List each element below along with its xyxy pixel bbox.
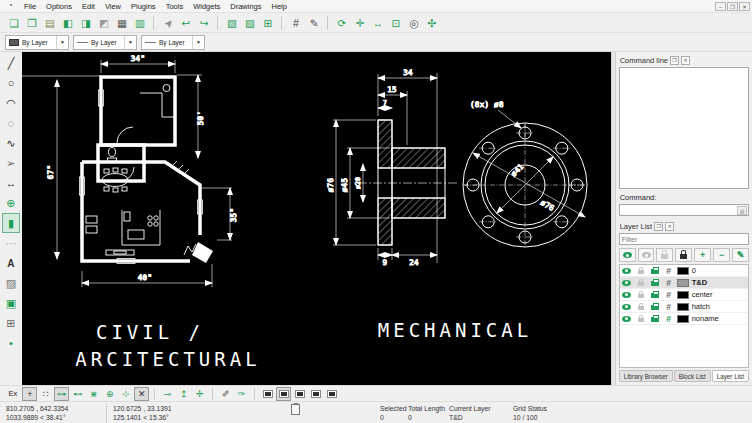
view-mode-3-button[interactable] — [292, 387, 307, 401]
hide-all-layers-button[interactable] — [638, 248, 655, 262]
toolbar-button[interactable] — [327, 16, 329, 30]
toolbar-button[interactable] — [217, 16, 219, 30]
select-all-button[interactable]: ⊞ — [260, 14, 277, 31]
close-dock-icon[interactable]: ✕ — [665, 222, 674, 231]
image-tool-button[interactable]: ▣ — [2, 293, 20, 313]
draft-line-button[interactable]: ✎ — [306, 14, 323, 31]
layer-visible-icon[interactable] — [622, 316, 631, 322]
layer-visible-icon[interactable] — [622, 268, 631, 274]
hatch-tool-button[interactable]: ▨ — [2, 273, 20, 293]
measure-tool-button[interactable]: ▮ — [2, 213, 20, 233]
layer-color-swatch[interactable] — [677, 303, 689, 311]
save-button[interactable]: ◧ — [60, 14, 77, 31]
tab-layer-list[interactable]: Layer List — [712, 370, 749, 382]
status-dot[interactable]: • — [2, 333, 20, 353]
grid-toggle-button[interactable]: # — [288, 14, 305, 31]
print-preview-button[interactable]: ▥ — [132, 14, 149, 31]
keycode-toggle-icon[interactable]: ▤ — [737, 206, 747, 215]
magnifier-button[interactable]: ◎ — [406, 14, 423, 31]
zoom-pan-button[interactable]: ✣ — [424, 14, 441, 31]
layer-color-swatch[interactable] — [677, 291, 689, 299]
layer-lock-icon[interactable] — [638, 306, 644, 310]
deselect-button[interactable]: ▨ — [242, 14, 259, 31]
menu-item[interactable]: Options — [41, 1, 77, 12]
view-mode-1-button[interactable] — [260, 387, 275, 401]
select-window-button[interactable]: ▧ — [224, 14, 241, 31]
drawing-canvas[interactable]: 34" 50' 67" 35" 40" — [22, 52, 611, 385]
new-file-button[interactable]: ❏ — [6, 14, 23, 31]
snap-button[interactable] — [212, 388, 214, 400]
text-tool-button[interactable]: A — [2, 253, 20, 273]
pen-pick-button[interactable]: ✐ — [218, 387, 233, 401]
menu-item[interactable]: Edit — [77, 1, 100, 12]
layer-print-icon[interactable] — [651, 305, 659, 310]
layer-color-swatch[interactable] — [677, 267, 689, 275]
pen-apply-button[interactable]: ✑ — [234, 387, 249, 401]
ex-button[interactable]: Ex — [5, 387, 22, 401]
command-input[interactable] — [620, 207, 737, 214]
close-button[interactable]: ✕ — [739, 2, 750, 11]
layer-lock-icon[interactable] — [638, 270, 644, 274]
remove-layer-button[interactable]: − — [713, 248, 730, 262]
layer-visible-icon[interactable] — [622, 280, 631, 286]
layer-lock-icon[interactable] — [638, 318, 644, 322]
menu-item[interactable]: Drawings — [225, 1, 266, 12]
layer-lock-icon[interactable] — [638, 282, 644, 286]
lock-all-layers-button[interactable] — [675, 248, 692, 262]
layer-visible-icon[interactable] — [622, 304, 631, 310]
layer-construction-icon[interactable]: # — [662, 266, 676, 276]
zoom-auto-button[interactable]: ✛ — [352, 14, 369, 31]
line-tool-button[interactable]: ╱ — [2, 53, 20, 73]
restrict-vertical-button[interactable]: ↥ — [176, 387, 191, 401]
save-all-button[interactable]: ◩ — [96, 14, 113, 31]
layer-row-hatch[interactable]: # hatch — [620, 301, 748, 313]
zoom-previous-button[interactable]: ↔ — [370, 14, 387, 31]
linewidth-select[interactable]: By Layer ▼ — [73, 35, 137, 50]
layer-row-noname[interactable]: # noname — [620, 313, 748, 325]
layer-lock-icon[interactable] — [638, 294, 644, 298]
menu-item[interactable]: Tools — [161, 1, 189, 12]
circle-tool-button[interactable]: ○ — [2, 73, 20, 93]
toolbar-button[interactable] — [153, 16, 155, 30]
polyline-tool-button[interactable]: ∿ — [2, 133, 20, 153]
zoom-window-button[interactable]: ⊡ — [388, 14, 405, 31]
dots-indicator[interactable]: ⋯ — [2, 233, 20, 253]
snap-center-button[interactable]: ⊕ — [102, 387, 117, 401]
layer-construction-icon[interactable]: # — [662, 278, 676, 288]
pointer-button[interactable]: ➤ — [160, 14, 177, 31]
layer-print-icon[interactable] — [651, 317, 659, 322]
menu-item[interactable]: View — [100, 1, 126, 12]
arc-tool-button[interactable]: ◠ — [2, 93, 20, 113]
snap-entity-button[interactable]: ⋇ — [86, 387, 101, 401]
show-all-layers-button[interactable] — [619, 248, 636, 262]
menu-item[interactable]: Widgets — [188, 1, 225, 12]
layer-color-swatch[interactable] — [677, 279, 689, 287]
open-file-button[interactable]: ❐ — [24, 14, 41, 31]
linetype-select[interactable]: By Layer ▼ — [141, 35, 205, 50]
modify-tool-button[interactable]: ⊕ — [2, 193, 20, 213]
layer-filter-input[interactable] — [620, 236, 748, 243]
close-dock-icon[interactable]: ✕ — [681, 56, 690, 65]
layer-color-swatch[interactable] — [677, 315, 689, 323]
tab-library-browser[interactable]: Library Browser — [619, 370, 673, 382]
view-mode-5-button[interactable] — [324, 387, 339, 401]
zoom-redraw-button[interactable]: ⟳ — [334, 14, 351, 31]
layer-print-icon[interactable] — [651, 269, 659, 274]
layer-row-tnd[interactable]: # T&D — [620, 277, 748, 289]
view-mode-2-button[interactable] — [276, 387, 291, 401]
dimension-tool-button[interactable]: ↔ — [2, 173, 20, 193]
block-tool-button[interactable]: ⊞ — [2, 313, 20, 333]
color-select[interactable]: By Layer ▼ — [5, 35, 69, 50]
open-folder-button[interactable]: ▤ — [42, 14, 59, 31]
layer-row-center[interactable]: # center — [620, 289, 748, 301]
tab-block-list[interactable]: Block List — [674, 370, 711, 382]
snap-free-button[interactable]: ⊶ — [54, 387, 69, 401]
command-history[interactable] — [619, 67, 749, 189]
snap-endpoint-button[interactable]: ⊷ — [70, 387, 85, 401]
layer-visible-icon[interactable] — [622, 292, 631, 298]
view-mode-4-button[interactable] — [308, 387, 323, 401]
select-tool-button[interactable]: ➢ — [2, 153, 20, 173]
layer-construction-icon[interactable]: # — [662, 314, 676, 324]
snap-clear-button[interactable]: ✕ — [134, 387, 149, 401]
layer-print-icon[interactable] — [651, 293, 659, 298]
